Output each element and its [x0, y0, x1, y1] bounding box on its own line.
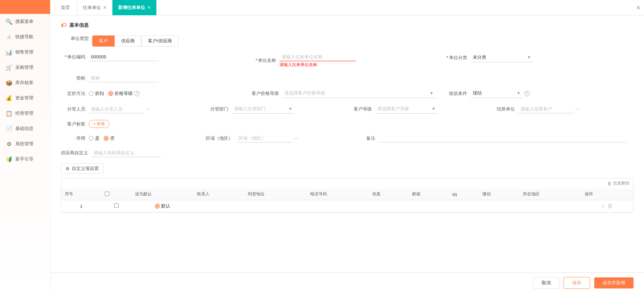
row-actions: + 🗑: [581, 200, 633, 212]
pricing-radio-price-level[interactable]: 价格等级: [108, 90, 133, 97]
row-default-radio[interactable]: 默认: [135, 203, 190, 209]
supplier-custom-input[interactable]: [92, 149, 161, 157]
disable-yes-radio[interactable]: 是: [89, 135, 100, 141]
form-row-disable: 停用 是 否 区域（地区） ···: [61, 134, 634, 143]
tab-close-new-partner[interactable]: ✕: [147, 5, 151, 10]
default-radio-label: 默认: [161, 203, 170, 209]
col-address: 到货地址: [244, 188, 306, 200]
no-radio-circle: [104, 136, 109, 141]
manager-more-button[interactable]: ···: [144, 106, 152, 112]
sidebar-item-sales[interactable]: 📊 销售管理: [0, 44, 50, 60]
region-more-button[interactable]: ···: [292, 135, 299, 141]
search-icon: 🔍: [6, 18, 13, 25]
unit-category-field: 单位分类 未分类 ▼: [443, 53, 634, 62]
manager-input[interactable]: [89, 105, 144, 113]
add-tag-button[interactable]: + 标签: [89, 120, 110, 128]
yes-radio-circle: [89, 136, 94, 141]
tab-label-partner: 往来单位: [83, 5, 101, 11]
sidebar-item-inventory[interactable]: 📦 库存核算: [0, 75, 50, 90]
default-radio-circle: [155, 204, 160, 209]
unit-type-row: 单位类型 客户供应商客户/供应商: [61, 35, 634, 47]
sidebar-item-finance[interactable]: 💰 资金管理: [0, 90, 50, 106]
quick-nav-icon: ⌂: [6, 33, 13, 40]
customer-level-label: 客户等级: [347, 106, 372, 112]
department-field: 分管部门 请输入分管部门 ▼: [204, 104, 347, 114]
table-header-row: 序号 设为默认 联系人 到货地址 电话号码 传真 邮箱 qq 微信 所在地区 操…: [61, 188, 633, 200]
sidebar-item-base-info[interactable]: 📄 基础信息: [0, 121, 50, 136]
col-fax: 传真: [369, 188, 409, 200]
custom-settings-label: 自定义项设置: [72, 165, 99, 172]
sidebar-item-label-inventory: 库存核算: [15, 80, 33, 86]
payment-help-icon[interactable]: ?: [524, 91, 530, 96]
unit-name-input[interactable]: [280, 53, 356, 61]
unit-category-select[interactable]: 未分类 ▼: [471, 53, 533, 62]
row-add-button[interactable]: +: [602, 203, 605, 209]
price-level-radio-circle: [108, 91, 113, 96]
tag-field: 客户标签 + 标签: [61, 120, 634, 128]
row-delete-button[interactable]: 🗑: [607, 203, 613, 209]
main-area: 首页往来单位✕新增往来单位✕ ✕ 🏷 基本信息 单位类型 客户供应商客户/供应商…: [50, 0, 644, 293]
customer-price-level-select[interactable]: 请选择客户价格等级 ▼: [282, 89, 435, 98]
customer-price-level-chevron-icon: ▼: [430, 91, 434, 96]
department-label: 分管部门: [204, 106, 228, 112]
region-input[interactable]: [236, 134, 292, 143]
batch-delete-button[interactable]: 🗑 批量删除: [607, 180, 630, 186]
tab-home[interactable]: 首页: [54, 0, 77, 15]
tab-close-partner[interactable]: ✕: [103, 5, 107, 10]
customer-price-level-label: 客户价格等级: [252, 90, 279, 97]
save-button[interactable]: 保存: [564, 277, 590, 289]
row-checkbox-cell: [101, 200, 131, 212]
select-all-checkbox[interactable]: [105, 192, 109, 196]
custom-settings-button[interactable]: ⚙ 自定义项设置: [61, 163, 103, 174]
notes-field: 备注: [351, 134, 634, 143]
discount-label: 折扣: [95, 90, 104, 97]
contact-table: 序号 设为默认 联系人 到货地址 电话号码 传真 邮箱 qq 微信 所在地区 操…: [61, 188, 633, 212]
unit-category-label: 单位分类: [443, 55, 467, 61]
sales-icon: 📊: [6, 49, 13, 56]
payment-condition-select[interactable]: 现结 ▼: [471, 89, 523, 98]
settlement-input[interactable]: [518, 105, 574, 113]
pricing-radio-discount[interactable]: 折扣: [89, 90, 104, 97]
row-index: 1: [61, 200, 101, 212]
sidebar-item-system[interactable]: ⚙ 系统管理: [0, 136, 50, 152]
customer-level-select[interactable]: 请选择客户等级 ▼: [375, 104, 438, 114]
department-select[interactable]: 请输入分管部门 ▼: [232, 104, 294, 114]
row-weixin: [479, 200, 519, 212]
purchase-icon: 🛒: [6, 64, 13, 71]
unit-code-input[interactable]: [89, 53, 158, 61]
sidebar-item-quick-nav[interactable]: ⌂ 快捷导航: [0, 29, 50, 44]
sidebar-item-operations[interactable]: 📋 经营管理: [0, 106, 50, 121]
sidebar-item-guide[interactable]: 🔰 新手引导: [0, 152, 50, 167]
save-new-button[interactable]: 保存并新增: [594, 277, 634, 288]
unit-type-btn-both[interactable]: 客户/供应商: [141, 35, 179, 47]
tab-partner[interactable]: 往来单位✕: [77, 0, 112, 15]
tab-new-partner[interactable]: 新增往来单位✕: [112, 0, 157, 15]
tab-label-new-partner: 新增往来单位: [118, 5, 145, 11]
base-info-icon: 📄: [6, 125, 13, 132]
row-checkbox[interactable]: [114, 203, 119, 208]
batch-delete-icon: 🗑: [607, 181, 612, 186]
unit-type-btn-supplier[interactable]: 供应商: [115, 35, 141, 47]
tab-label-home: 首页: [61, 5, 70, 11]
pricing-radio-group: 折扣 价格等级: [89, 90, 133, 97]
sidebar-item-purchase[interactable]: 🛒 采购管理: [0, 60, 50, 75]
pricing-help-icon[interactable]: ?: [134, 91, 140, 96]
payment-condition-label: 收款条件: [443, 90, 467, 97]
abbr-input[interactable]: [89, 74, 158, 82]
form-row-pricing: 定价方法 折扣 价格等级 ? 客户价格等级 请选择客户价格等级: [61, 89, 634, 98]
notes-label: 备注: [351, 135, 375, 141]
col-qq: qq: [449, 188, 479, 200]
cancel-button[interactable]: 取消: [533, 277, 559, 289]
sidebar-item-search[interactable]: 🔍 搜索菜单: [0, 14, 50, 29]
disable-field: 停用 是 否: [61, 135, 206, 141]
window-close-button[interactable]: ✕: [636, 4, 641, 11]
operations-icon: 📋: [6, 110, 13, 117]
notes-input[interactable]: [379, 134, 627, 143]
col-actions: 操作: [581, 188, 633, 200]
form-row-manager: 分管人员 ··· 分管部门 请输入分管部门 ▼ 客户等级 请选择客户等级 ▼: [61, 104, 634, 114]
disable-no-radio[interactable]: 否: [104, 135, 115, 141]
unit-type-btn-customer[interactable]: 客户: [92, 35, 115, 47]
settlement-more-button[interactable]: ···: [574, 106, 581, 112]
col-email: 邮箱: [409, 188, 449, 200]
row-fax: [369, 200, 409, 212]
